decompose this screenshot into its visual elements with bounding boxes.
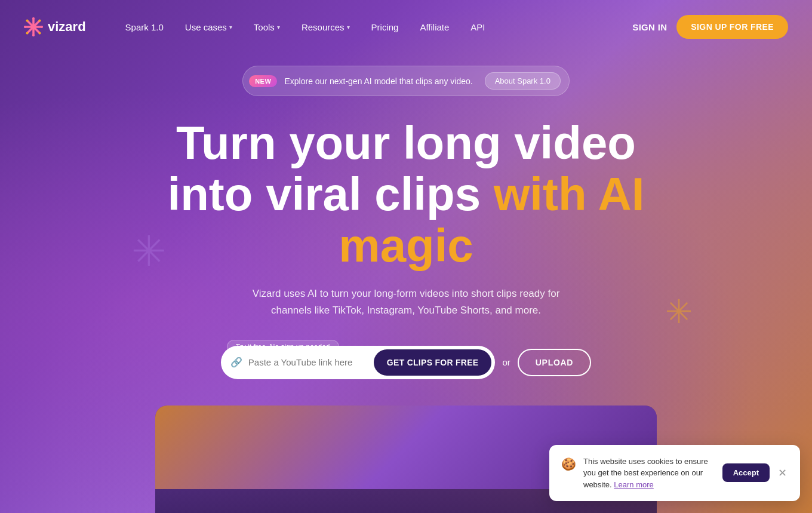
sign-up-button[interactable]: SIGN UP FOR FREE — [676, 15, 788, 39]
svg-point-7 — [26, 32, 29, 35]
hero-section: NEW Explore our next-gen AI model that c… — [0, 54, 812, 379]
chevron-down-icon: ▾ — [347, 24, 350, 30]
nav-resources[interactable]: Resources ▾ — [292, 17, 359, 37]
upload-button[interactable]: UPLOAD — [518, 349, 591, 376]
chevron-down-icon: ▾ — [277, 24, 280, 30]
nav-api[interactable]: API — [461, 17, 494, 37]
svg-point-4 — [26, 20, 29, 22]
link-icon: 🔗 — [230, 357, 242, 368]
logo-icon — [24, 17, 43, 36]
nav-pricing[interactable]: Pricing — [362, 17, 408, 37]
get-clips-button[interactable]: GET CLIPS FOR FREE — [374, 349, 492, 376]
learn-more-link[interactable]: Learn more — [614, 480, 653, 489]
svg-point-2 — [24, 26, 26, 28]
cookie-message: This website uses cookies to ensure you … — [583, 456, 715, 491]
nav-use-cases[interactable]: Use cases ▾ — [176, 17, 242, 37]
cookie-accept-button[interactable]: Accept — [722, 463, 770, 482]
cookie-icon: 🍪 — [561, 457, 576, 471]
svg-point-1 — [32, 34, 35, 36]
cta-area: Try it free. No sign up needed 🔗 GET CLI… — [221, 340, 591, 379]
svg-point-3 — [41, 26, 43, 28]
nav-affiliate[interactable]: Affiliate — [410, 17, 459, 37]
try-free-label: Try it free. No sign up needed — [227, 340, 339, 354]
nav-items: Spark 1.0 Use cases ▾ Tools ▾ Resources … — [116, 17, 627, 37]
sign-in-link[interactable]: SIGN IN — [632, 22, 667, 32]
or-separator: or — [502, 357, 510, 367]
announcement-text: Explore our next-gen AI model that clips… — [284, 76, 472, 86]
announcement-banner: NEW Explore our next-gen AI model that c… — [242, 66, 570, 96]
nav-spark[interactable]: Spark 1.0 — [116, 17, 173, 37]
svg-point-6 — [39, 20, 41, 22]
navbar: vizard Spark 1.0 Use cases ▾ Tools ▾ Res… — [0, 0, 812, 54]
cookie-close-button[interactable]: ✕ — [777, 466, 788, 480]
logo-text: vizard — [48, 19, 86, 35]
logo[interactable]: vizard — [24, 17, 86, 36]
cookie-banner: 🍪 This website uses cookies to ensure yo… — [549, 445, 800, 502]
about-spark-button[interactable]: About Spark 1.0 — [485, 72, 561, 90]
svg-point-5 — [39, 32, 41, 35]
youtube-url-input[interactable] — [248, 357, 368, 367]
new-badge: NEW — [249, 75, 277, 87]
hero-subtitle: Vizard uses AI to turn your long-form vi… — [245, 285, 567, 318]
nav-tools[interactable]: Tools ▾ — [244, 17, 290, 37]
chevron-down-icon: ▾ — [229, 24, 232, 30]
svg-point-0 — [32, 17, 35, 20]
hero-title: Turn your long video into viral clips wi… — [168, 118, 645, 271]
nav-right: SIGN IN SIGN UP FOR FREE — [632, 15, 788, 39]
